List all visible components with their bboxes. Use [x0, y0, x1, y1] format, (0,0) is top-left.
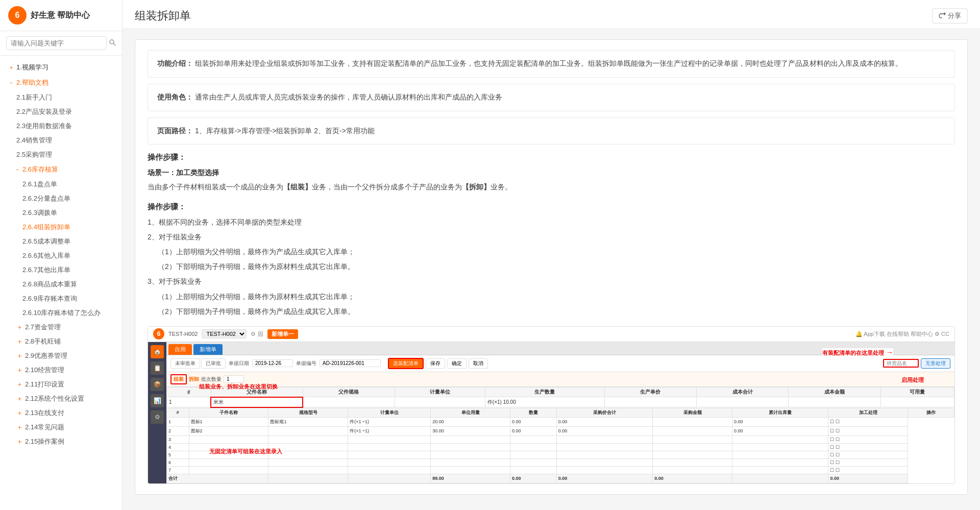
sidebar-item-other-in[interactable]: 2.6.6其他入库单: [0, 249, 122, 263]
ss-br1-p-amt: [653, 417, 732, 426]
ss-date-input[interactable]: [252, 359, 293, 367]
ss-sidebar-icon3[interactable]: 📊: [151, 394, 164, 407]
ss-br5-num: 5: [167, 451, 189, 458]
sidebar-item-sales-mgmt[interactable]: 2.4销售管理: [0, 133, 122, 148]
sidebar-item-purchase-mgmt[interactable]: 2.5采购管理: [0, 148, 122, 162]
ss-form-tabs: 未审批单 已审批: [170, 358, 226, 369]
ss-th-unit-cost: 生产单价: [604, 387, 696, 397]
ss-order-input[interactable]: [320, 359, 381, 367]
ss-br1-qty: 0.00: [510, 417, 557, 426]
ss-th-available: 可用量: [880, 387, 954, 397]
ss-total-unit-cost: 0.00: [510, 474, 557, 483]
ss-bom-select-btn[interactable]: 选装配清单: [388, 358, 424, 369]
sidebar-item-cases[interactable]: ＋ 2.15操作案例: [0, 434, 122, 449]
ss-sidebar-icon2[interactable]: 📦: [151, 378, 164, 391]
ss-bth-ops: 操作: [908, 408, 954, 417]
ss-br3-num: 3: [167, 435, 189, 443]
ss-total-cost-amt: 0.00: [653, 474, 732, 483]
search-input[interactable]: [6, 36, 107, 50]
scene1-desc: 当由多个子件材料组装成一个成品的业务为【组装】业务，当由一个父件拆分成多个子产品…: [148, 181, 955, 193]
sidebar-item-cost-calc[interactable]: 2.6.8商品成本重算: [0, 277, 122, 292]
ss-br3-unit: [348, 435, 431, 443]
ss-row1-name: 米米: [211, 397, 303, 407]
sidebar-item-print[interactable]: ＋ 2.11打印设置: [0, 377, 122, 392]
ss-th-parent-spec: 父件规格: [303, 387, 395, 397]
sidebar-item-help-docs[interactable]: － 2.帮助文档: [0, 75, 122, 90]
sidebar-header: 6 好生意 帮助中心: [0, 0, 122, 31]
ss-bth-cum-out: 累计出库量: [732, 408, 828, 417]
sidebar-item-mobile[interactable]: ＋ 2.8手机旺铺: [0, 334, 122, 349]
ss-br2-qty: 0.00: [510, 426, 557, 435]
ss-row1-num: 1: [167, 397, 211, 407]
ss-br1-usage: 20.00: [431, 417, 510, 426]
annotation4: 无固定清单可组装在这里录入: [209, 447, 282, 455]
ss-total-label: 合计: [167, 474, 268, 483]
sidebar-item-faq[interactable]: ＋ 2.14常见问题: [0, 420, 122, 434]
sidebar-item-account-error[interactable]: 2.6.10库存账本错了怎么办: [0, 306, 122, 320]
ss-bth-purchase-total: 采购价合计: [556, 408, 652, 417]
sidebar-item-custom[interactable]: ＋ 2.12系统个性化设置: [0, 392, 122, 406]
ss-assembly-type[interactable]: 组装: [170, 374, 187, 384]
search-box: [0, 31, 122, 56]
ss-select[interactable]: TEST-H002: [202, 329, 247, 338]
ss-disassembly-type[interactable]: 拆卸: [189, 376, 199, 383]
ss-br3-p-amt: [653, 435, 732, 443]
ss-th-unit: 计量单位: [395, 387, 485, 397]
ss-confirm-btn[interactable]: 确定: [447, 358, 467, 369]
ss-br4-num: 4: [167, 443, 189, 451]
sidebar-item-cost-adjust[interactable]: 2.6.5成本调整单: [0, 234, 122, 249]
use-role-block: 使用角色： 通常由生产人员或库管人员完成拆装业务的操作，库管人员确认原材料的出库…: [148, 84, 955, 111]
ss-br4-processing: ☐ ☐: [828, 443, 908, 451]
ss-cancel-btn[interactable]: 取消: [469, 358, 488, 369]
feature-intro-block: 功能介绍： 组装拆卸单用来处理企业组装或拆卸等加工业务，支持有固定装配清单的产品…: [148, 50, 955, 78]
sidebar-item-video[interactable]: ＋ 1.视频学习: [0, 60, 122, 75]
annotation1: 有装配清单的在这里处理 →: [822, 348, 893, 357]
ss-upper-table: # 父件名称 父件规格 计量单位 生产数量 生产单价 成本合计 成本金额: [166, 387, 954, 408]
ss-br2-unit: 件(×1 ÷1): [348, 426, 431, 435]
ss-bth-child-name: 子件名称: [189, 408, 268, 417]
sidebar-item-adjust[interactable]: 2.6.3调拨单: [0, 206, 122, 220]
search-button[interactable]: [109, 39, 116, 47]
sidebar-item-data-prep[interactable]: 2.3使用前数据准备: [0, 119, 122, 133]
ss-sidebar-home[interactable]: 🏠: [151, 345, 164, 358]
ss-save-btn[interactable]: 保存: [426, 358, 445, 369]
sidebar-item-finance[interactable]: ＋ 2.7资金管理: [0, 320, 122, 334]
sidebar-item-payment[interactable]: ＋ 2.13在线支付: [0, 406, 122, 420]
ss-form-tab2[interactable]: 已审批: [201, 358, 226, 369]
ss-form-tab1[interactable]: 未审批单: [170, 358, 200, 369]
ss-sidebar-icon4[interactable]: ⚙: [151, 410, 164, 424]
ss-tab-self[interactable]: 自用: [168, 344, 192, 355]
ss-br2-spec: [268, 426, 348, 435]
sidebar: 6 好生意 帮助中心 ＋ 1.视频学习 － 2.帮助文档 2.1新手入门 2.2…: [0, 0, 122, 510]
screenshot-wrapper: 6 TEST-H002 TEST-H002 ⚙ 固 新增单一 🔔 App下载 在…: [148, 326, 955, 484]
step3-sub1: （1）上部明细为父件明细，最终作为原材料生成其它出库单；: [148, 290, 955, 303]
ss-br3-processing: ☐ ☐: [828, 435, 908, 443]
sidebar-item-coupon[interactable]: ＋ 2.9优惠券管理: [0, 349, 122, 363]
ss-br2-p-amt: [653, 426, 732, 435]
step2-sub1: （1）上部明细为父件明细，最终作为产成品生成其它入库单；: [148, 246, 955, 258]
sidebar-item-inventory[interactable]: － 2.6库存核算: [0, 162, 122, 177]
sidebar-item-ops[interactable]: ＋ 2.10经营管理: [0, 363, 122, 377]
sidebar-item-assembly[interactable]: 2.6.4组装拆卸单: [0, 220, 122, 234]
ss-br1-num: 1: [167, 417, 189, 426]
sidebar-item-partial-count[interactable]: 2.6.2分量盘点单: [0, 191, 122, 206]
ss-top-orange-btn[interactable]: 新增单一: [267, 329, 298, 339]
ss-bth-unit-usage: 单位用量: [431, 408, 510, 417]
ss-br2-processing: ☐ ☐: [828, 426, 908, 435]
ss-tab-new[interactable]: 新增单: [193, 344, 223, 355]
sidebar-item-install[interactable]: 2.2产品安装及登录: [0, 105, 122, 119]
ss-sidebar-icon1[interactable]: 📋: [151, 361, 164, 375]
ss-date-label: 单据日期: [229, 360, 249, 367]
sidebar-item-other-out[interactable]: 2.6.7其他出库单: [0, 263, 122, 277]
sidebar-item-stock-count[interactable]: 2.6.1盘点单: [0, 177, 122, 191]
ss-br1-spec: 图标规1: [268, 417, 348, 426]
ss-total-cost-total: 0.00: [556, 474, 652, 483]
step1: 1、根据不同的业务，选择不同单据的类型来处理: [148, 216, 955, 229]
share-button[interactable]: 分享: [932, 8, 968, 23]
sidebar-item-stock-query[interactable]: 2.6.9库存账本查询: [0, 292, 122, 306]
ss-enable-btn[interactable]: 无害处理: [921, 358, 950, 369]
sidebar-item-new-user[interactable]: 2.1新手入门: [0, 90, 122, 105]
plus-icon: ＋: [8, 63, 14, 72]
ss-enable-input[interactable]: [883, 359, 919, 368]
ss-row1-prod-qty: 件(×1) 10.00: [485, 397, 604, 407]
